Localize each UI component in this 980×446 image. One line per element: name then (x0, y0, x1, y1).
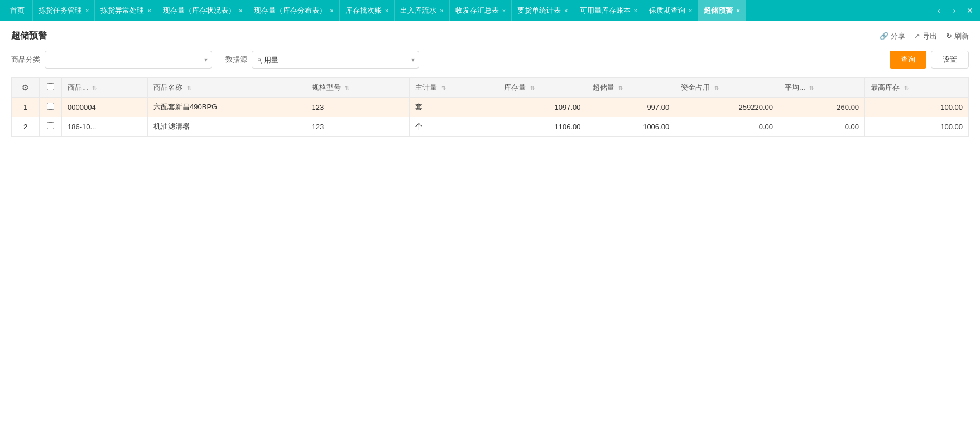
close-icon[interactable]: × (440, 7, 443, 14)
sort-icon: ⇅ (714, 85, 719, 91)
nav-tab-bzcx[interactable]: 保质期查询 × (643, 0, 698, 21)
th-product-code[interactable]: 商品... ⇅ (62, 78, 148, 98)
title-actions: 🔗 分享 ↗ 导出 ↻ 刷新 (880, 31, 969, 41)
nav-tab-crlls[interactable]: 出入库流水 × (395, 0, 449, 21)
close-icon[interactable]: × (85, 7, 89, 14)
close-icon[interactable]: × (385, 7, 388, 14)
category-select-wrapper: ▾ (45, 51, 212, 69)
th-product-name[interactable]: 商品名称 ⇅ (148, 78, 306, 98)
nav-more-button[interactable]: ✕ (962, 0, 978, 21)
page-content: 超储预警 🔗 分享 ↗ 导出 ↻ 刷新 商品分类 ▾ (0, 21, 980, 446)
cell-stock: 1106.00 (498, 117, 587, 137)
export-button[interactable]: ↗ 导出 (914, 31, 937, 41)
table-header-row: ⚙ 商品... ⇅ 商品名称 ⇅ 规格型号 ⇅ 主计量 (12, 78, 969, 98)
row-index: 1 (12, 98, 40, 117)
nav-tab-sfahz[interactable]: 收发存汇总表 × (450, 0, 512, 21)
cell-unit: 个 (410, 117, 498, 137)
sort-icon: ⇅ (345, 85, 349, 91)
th-stock[interactable]: 库存量 ⇅ (498, 78, 587, 98)
filter-category: 商品分类 ▾ (11, 51, 212, 69)
nav-home[interactable]: 首页 (2, 0, 33, 21)
filter-datasource: 数据源 可用量 库存量 ▾ (225, 51, 419, 69)
cell-max-stock: 100.00 (865, 98, 969, 117)
cell-avg: 260.00 (779, 98, 865, 117)
category-select[interactable] (45, 51, 212, 69)
close-icon[interactable]: × (689, 7, 692, 14)
page-title: 超储预警 (11, 30, 47, 42)
datasource-select-wrapper: 可用量 库存量 ▾ (252, 51, 419, 69)
category-label: 商品分类 (11, 55, 40, 65)
select-all-checkbox[interactable] (47, 83, 54, 90)
sort-icon: ⇅ (92, 85, 97, 91)
sort-icon: ⇅ (441, 85, 446, 91)
share-button[interactable]: 🔗 分享 (880, 31, 905, 41)
settings-button[interactable]: 设置 (931, 51, 969, 69)
gear-icon[interactable]: ⚙ (22, 83, 29, 92)
close-icon[interactable]: × (147, 7, 151, 14)
refresh-button[interactable]: ↻ 刷新 (946, 31, 969, 41)
th-max-stock[interactable]: 最高库存 ⇅ (865, 78, 969, 98)
cell-product-code: 186-10... (62, 117, 148, 137)
data-table: ⚙ 商品... ⇅ 商品名称 ⇅ 规格型号 ⇅ 主计量 (11, 77, 969, 137)
nav-tab-kylkzb[interactable]: 可用量库存账本 × (574, 0, 643, 21)
export-icon: ↗ (914, 32, 920, 40)
sort-icon: ⇅ (530, 85, 535, 91)
th-unit[interactable]: 主计量 ⇅ (410, 78, 498, 98)
filter-actions: 查询 设置 (890, 51, 969, 69)
cell-capital: 259220.00 (675, 98, 779, 117)
sort-icon: ⇅ (809, 85, 814, 91)
sort-icon: ⇅ (187, 85, 191, 91)
cell-spec: 123 (306, 98, 410, 117)
nav-tab-ljyc[interactable]: 拣货异常处理 × (95, 0, 157, 21)
nav-arrows: ‹ › ✕ (931, 0, 978, 21)
close-icon[interactable]: × (330, 7, 333, 14)
cell-overstock: 997.00 (587, 98, 675, 117)
cell-stock: 1097.00 (498, 98, 587, 117)
cell-max-stock: 100.00 (865, 117, 969, 137)
row-checkbox[interactable] (47, 122, 54, 129)
row-checkbox-cell[interactable] (40, 117, 62, 137)
row-checkbox[interactable] (47, 103, 54, 110)
cell-overstock: 1006.00 (587, 117, 675, 137)
navbar: 首页 拣货任务管理 × 拣货异常处理 × 现存量（库存状况表） × 现存量（库存… (0, 0, 980, 21)
th-overstock[interactable]: 超储量 ⇅ (587, 78, 675, 98)
nav-tab-lhgl[interactable]: 拣货任务管理 × (33, 0, 95, 21)
nav-tab-kclp[interactable]: 库存批次账 × (340, 0, 395, 21)
table-row: 2 186-10... 机油滤清器 123 个 1106.00 1006.00 … (12, 117, 969, 137)
close-icon[interactable]: × (239, 7, 242, 14)
nav-prev-button[interactable]: ‹ (931, 0, 947, 21)
row-index: 2 (12, 117, 40, 137)
refresh-icon: ↻ (946, 32, 952, 40)
th-gear[interactable]: ⚙ (12, 78, 40, 98)
nav-tab-yhdjt[interactable]: 要货单统计表 × (512, 0, 574, 21)
close-icon[interactable]: × (634, 7, 637, 14)
share-icon: 🔗 (880, 32, 888, 40)
close-icon[interactable]: × (564, 7, 568, 14)
cell-avg: 0.00 (779, 117, 865, 137)
nav-tab-ccyj[interactable]: 超储预警 × (698, 0, 746, 21)
cell-product-name: 六配套新昌490BPG (148, 98, 306, 117)
datasource-label: 数据源 (225, 55, 247, 65)
cell-product-code: 0000004 (62, 98, 148, 117)
nav-next-button[interactable]: › (947, 0, 962, 21)
page-title-bar: 超储预警 🔗 分享 ↗ 导出 ↻ 刷新 (11, 30, 969, 42)
nav-tab-xclkcz[interactable]: 现存量（库存状况表） × (157, 0, 248, 21)
th-checkbox (40, 78, 62, 98)
nav-tab-xckbf[interactable]: 现存量（库存分布表） × (248, 0, 339, 21)
row-checkbox-cell[interactable] (40, 98, 62, 117)
cell-unit: 套 (410, 98, 498, 117)
th-capital[interactable]: 资金占用 ⇅ (675, 78, 779, 98)
cell-product-name: 机油滤清器 (148, 117, 306, 137)
sort-icon: ⇅ (904, 85, 909, 91)
close-icon[interactable]: × (502, 7, 506, 14)
th-spec[interactable]: 规格型号 ⇅ (306, 78, 410, 98)
th-avg[interactable]: 平均... ⇅ (779, 78, 865, 98)
close-icon[interactable]: × (736, 7, 739, 14)
query-button[interactable]: 查询 (890, 51, 926, 69)
sort-icon: ⇅ (618, 85, 623, 91)
filter-row: 商品分类 ▾ 数据源 可用量 库存量 ▾ 查询 设置 (11, 51, 969, 69)
cell-capital: 0.00 (675, 117, 779, 137)
table-row: 1 0000004 六配套新昌490BPG 123 套 1097.00 997.… (12, 98, 969, 117)
datasource-select[interactable]: 可用量 库存量 (252, 51, 419, 69)
cell-spec: 123 (306, 117, 410, 137)
